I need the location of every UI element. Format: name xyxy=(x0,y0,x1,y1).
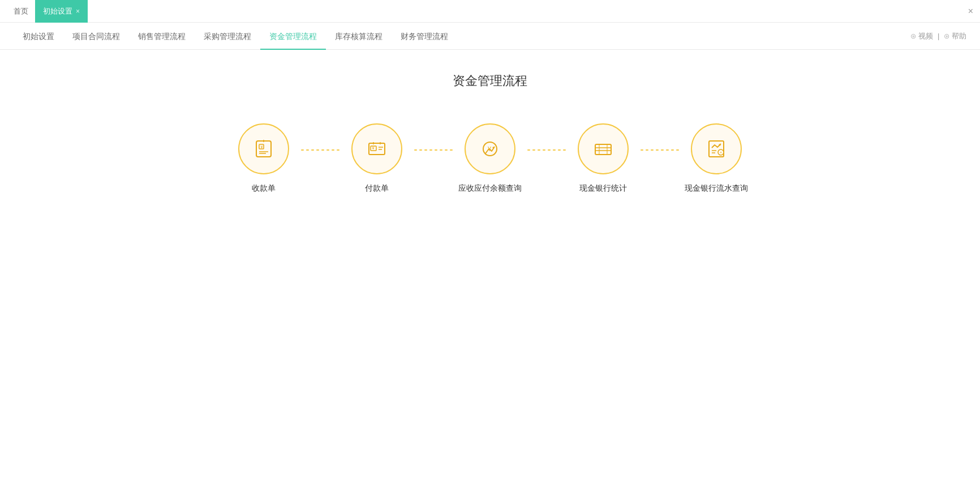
flow-circle-statement: + xyxy=(691,123,742,174)
flow-row: ¥ 收款单 ¥ xyxy=(0,123,980,194)
flow-item-payment[interactable]: ¥ 付款单 xyxy=(343,123,411,194)
svg-rect-13 xyxy=(595,144,611,155)
flow-circle-cashbank xyxy=(578,123,629,174)
svg-text:¥: ¥ xyxy=(261,145,263,149)
cashbank-label: 现金银行统计 xyxy=(579,183,627,194)
statement-label: 现金银行流水查询 xyxy=(685,183,748,194)
nav-item-inventory[interactable]: 库存核算流程 xyxy=(326,23,392,50)
nav-bar: 初始设置 项目合同流程 销售管理流程 采购管理流程 资金管理流程 库存核算流程 … xyxy=(0,23,980,50)
nav-item-finance[interactable]: 财务管理流程 xyxy=(392,23,457,50)
receipt-label: 收款单 xyxy=(252,183,276,194)
svg-rect-5 xyxy=(369,143,385,155)
nav-item-capital[interactable]: 资金管理流程 xyxy=(260,23,326,50)
tab-label: 初始设置 xyxy=(43,6,72,16)
help-link[interactable]: ⊙ 帮助 xyxy=(944,31,966,41)
nav-divider: | xyxy=(938,32,939,40)
nav-item-purchase[interactable]: 采购管理流程 xyxy=(195,23,260,50)
arrow-3 xyxy=(524,149,569,168)
flow-circle-receipt: ¥ xyxy=(238,123,289,174)
nav-item-project[interactable]: 项目合同流程 xyxy=(63,23,129,50)
top-bar-right: × xyxy=(968,6,973,16)
video-link[interactable]: ⊙ 视频 xyxy=(910,31,933,41)
window-close-icon[interactable]: × xyxy=(968,6,973,16)
receipt-icon: ¥ xyxy=(251,136,276,161)
flow-item-balance[interactable]: ¥ 应收应付余额查询 xyxy=(456,123,524,194)
balance-icon: ¥ xyxy=(478,136,502,161)
arrow-2 xyxy=(411,149,456,168)
svg-text:+: + xyxy=(720,151,722,155)
flow-item-statement[interactable]: + 现金银行流水查询 xyxy=(682,123,750,194)
page-title: 资金管理流程 xyxy=(0,72,980,89)
payment-label: 付款单 xyxy=(365,183,389,194)
flow-circle-balance: ¥ xyxy=(465,123,515,174)
flow-item-receipt[interactable]: ¥ 收款单 xyxy=(230,123,298,194)
statement-icon: + xyxy=(704,136,729,161)
flow-circle-payment: ¥ xyxy=(351,123,402,174)
home-tab[interactable]: 首页 xyxy=(7,6,35,16)
flow-item-cashbank[interactable]: 现金银行统计 xyxy=(569,123,637,194)
balance-label: 应收应付余额查询 xyxy=(458,183,522,194)
payment-icon: ¥ xyxy=(364,136,389,161)
top-bar: 首页 初始设置 × × xyxy=(0,0,980,23)
arrow-1 xyxy=(298,149,343,168)
arrow-4 xyxy=(637,149,682,168)
svg-text:¥: ¥ xyxy=(372,146,375,150)
main-content: 资金管理流程 ¥ 收款单 xyxy=(0,50,980,501)
nav-item-sales[interactable]: 销售管理流程 xyxy=(129,23,195,50)
tab-close-button[interactable]: × xyxy=(76,7,80,15)
cashbank-icon xyxy=(591,136,616,161)
active-tab[interactable]: 初始设置 × xyxy=(35,0,88,23)
nav-item-initial[interactable]: 初始设置 xyxy=(14,23,63,50)
nav-right: ⊙ 视频 | ⊙ 帮助 xyxy=(910,31,966,41)
